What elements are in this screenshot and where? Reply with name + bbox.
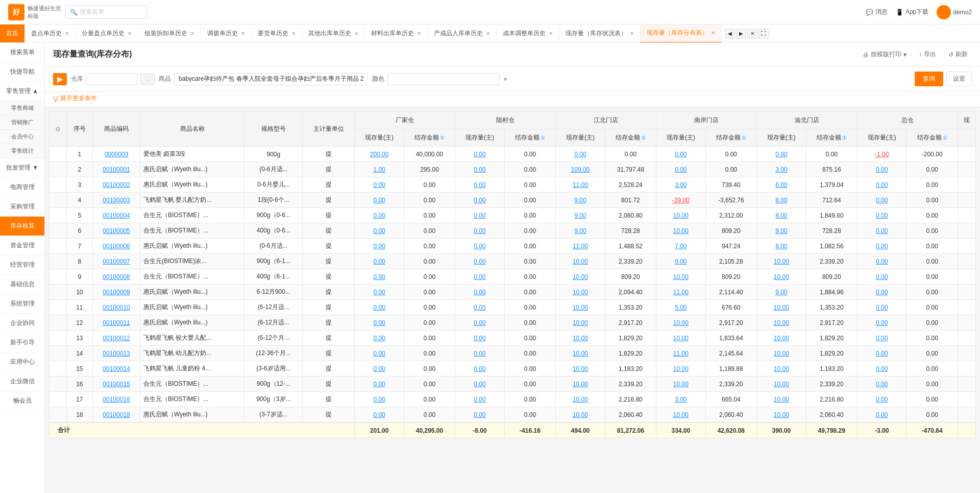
row-cell[interactable]: 0.00 [757,147,806,162]
color-dropdown-icon[interactable]: ▾ [504,76,507,83]
row-cell[interactable]: 0.00 [355,315,404,331]
row-code[interactable]: 0000003 [93,147,140,162]
row-cell[interactable]: 0.00 [455,392,504,407]
tab-close-6[interactable]: ✕ [417,31,421,36]
row-cell[interactable]: 0.00 [455,331,504,346]
row-cell[interactable]: 0.00 [656,147,705,162]
product-input[interactable] [174,73,368,85]
message-btn[interactable]: 💬 消息 [866,8,888,16]
row-cell[interactable]: 0.00 [857,254,906,269]
row-cell[interactable]: 3.00 [656,392,705,407]
row-cell[interactable]: 0.00 [355,177,404,193]
row-code[interactable]: 00100005 [93,223,140,239]
settings-button[interactable]: 设置 [946,72,972,86]
tab-close-10[interactable]: ✕ [711,30,715,36]
row-cell[interactable]: 10.00 [656,269,705,285]
user-area[interactable]: demo2 [937,5,972,19]
row-cell[interactable]: 0.00 [455,346,504,361]
expand-conditions-btn[interactable]: ⋁ 展开更多条件 [53,94,97,103]
row-cell[interactable]: 0.00 [857,377,906,392]
row-cell[interactable]: 10.00 [656,223,705,239]
sidebar-sub-member[interactable]: 会员中心 [0,130,44,144]
tab-close-2[interactable]: ✕ [190,31,194,36]
tab-inventory-history[interactable]: 盘点单历史 ✕ [25,25,76,43]
row-cell[interactable]: 0.00 [455,377,504,392]
nav-expand[interactable]: ⛶ [758,29,769,39]
row-cell[interactable]: 9.00 [556,193,605,208]
row-cell[interactable]: 9.00 [757,285,806,300]
row-cell[interactable]: 0.00 [857,208,906,223]
row-cell[interactable]: 0.00 [857,193,906,208]
row-cell[interactable]: 0.00 [857,239,906,254]
row-cell[interactable]: 0.00 [355,285,404,300]
sidebar-item-nav[interactable]: 快捷导航 [0,62,44,82]
row-cell[interactable]: 0.00 [455,193,504,208]
sidebar-item-retail-mgmt[interactable]: 零售管理 ▲ [0,82,44,101]
row-cell[interactable]: 11.00 [556,177,605,193]
row-cell[interactable]: 0.00 [857,315,906,331]
sidebar-item-wholesale[interactable]: 批发管理 ▼ [0,158,44,178]
tab-close-3[interactable]: ✕ [241,31,245,36]
row-cell[interactable]: 0.00 [355,208,404,223]
row-cell[interactable]: 10.00 [556,331,605,346]
row-cell[interactable]: 0.00 [455,208,504,223]
row-cell[interactable]: 10.00 [757,254,806,269]
row-cell[interactable]: 8.00 [757,208,806,223]
row-cell[interactable]: 9.00 [757,223,806,239]
row-cell[interactable]: 0.00 [656,162,705,177]
row-cell[interactable]: 6.00 [757,177,806,193]
tab-close-5[interactable]: ✕ [354,31,358,36]
tab-partial-inventory[interactable]: 分量盘点单历史 ✕ [76,25,138,43]
sidebar-sub-retail-stats[interactable]: 零售统计 [0,144,44,158]
row-cell[interactable]: 0.00 [455,239,504,254]
row-cell[interactable]: 0.00 [455,407,504,423]
tab-order[interactable]: 要货单历史 ✕ [252,25,302,43]
row-cell[interactable]: 9.00 [556,208,605,223]
row-cell[interactable]: 0.00 [556,147,605,162]
row-cell[interactable]: 11.00 [656,285,705,300]
sidebar-item-finance[interactable]: 资金管理 [0,236,44,255]
row-cell[interactable]: 9.00 [556,223,605,239]
row-cell[interactable]: 0.00 [355,392,404,407]
row-cell[interactable]: 0.00 [857,346,906,361]
tab-home[interactable]: 首页 [0,25,25,43]
sidebar-item-guide[interactable]: 新手引导 [0,333,44,353]
row-cell[interactable]: 0.00 [455,300,504,315]
row-cell[interactable]: -1.00 [857,147,906,162]
row-code[interactable]: 00100015 [93,377,140,392]
row-cell[interactable]: 10.00 [757,392,806,407]
row-cell[interactable]: 0.00 [355,331,404,346]
sidebar-item-wechat[interactable]: 企业微信 [0,372,44,391]
row-cell[interactable]: 10.00 [656,377,705,392]
tab-close-8[interactable]: ✕ [549,31,553,36]
row-code[interactable]: 00100016 [93,392,140,407]
row-cell[interactable]: 0.00 [857,331,906,346]
row-cell[interactable]: 0.00 [857,177,906,193]
row-cell[interactable]: 0.00 [857,407,906,423]
row-cell[interactable]: 0.00 [857,162,906,177]
row-cell[interactable]: 1.00 [355,162,404,177]
row-cell[interactable]: 5.00 [656,300,705,315]
tab-product-in[interactable]: 产成品入库单历史 ✕ [428,25,497,43]
row-cell[interactable]: 10.00 [556,361,605,377]
row-cell[interactable]: 10.00 [556,392,605,407]
warehouse-ellipsis[interactable]: ... [140,74,155,85]
row-cell[interactable]: 0.00 [857,300,906,315]
row-cell[interactable]: 3.00 [757,162,806,177]
tab-material-out[interactable]: 材料出库单历史 ✕ [365,25,428,43]
row-cell[interactable]: 10.00 [556,285,605,300]
row-cell[interactable]: 10.00 [556,346,605,361]
row-cell[interactable]: 10.00 [757,346,806,361]
tab-close-0[interactable]: ✕ [65,31,69,36]
row-cell[interactable]: 200.00 [355,147,404,162]
row-code[interactable]: 00100002 [93,177,140,193]
tab-close-7[interactable]: ✕ [486,31,490,36]
tab-other-outbound[interactable]: 其他出库单历史 ✕ [302,25,365,43]
row-cell[interactable]: 0.00 [455,361,504,377]
sidebar-item-apps[interactable]: 应用中心 [0,353,44,372]
row-cell[interactable]: 10.00 [757,377,806,392]
row-cell[interactable]: 0.00 [455,223,504,239]
row-cell[interactable]: 0.00 [455,269,504,285]
sidebar-item-system[interactable]: 系统管理 [0,294,44,314]
row-cell[interactable]: 10.00 [757,331,806,346]
